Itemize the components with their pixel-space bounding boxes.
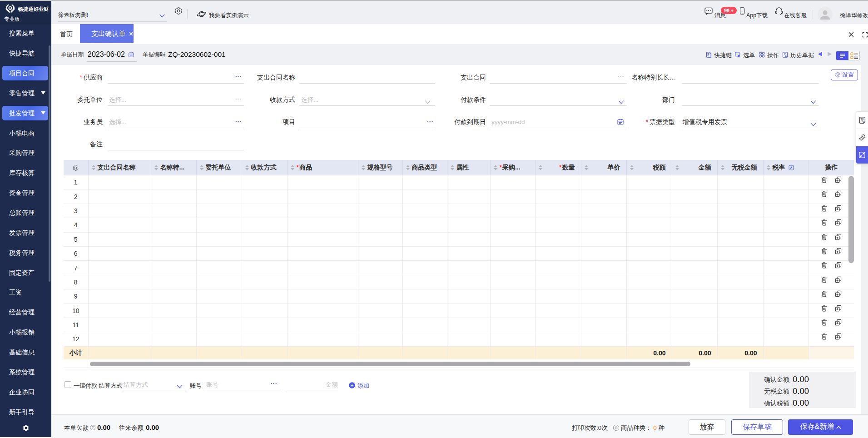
- svg-text:草: 草: [860, 118, 864, 122]
